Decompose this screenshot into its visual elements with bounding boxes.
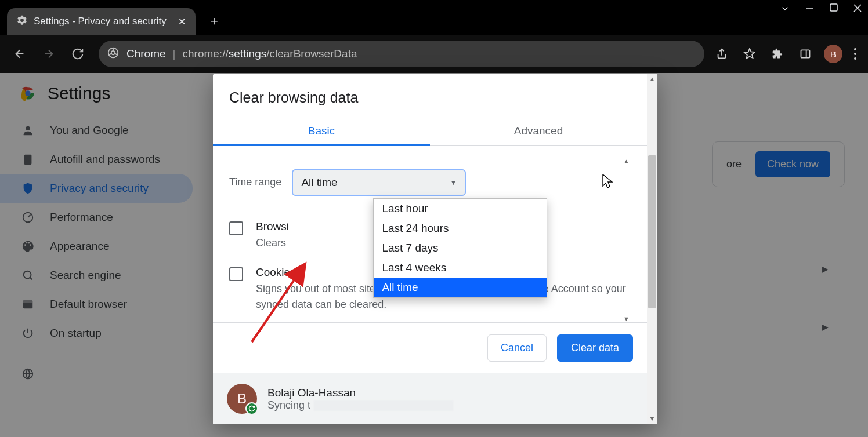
cancel-button[interactable]: Cancel: [487, 334, 547, 362]
svg-point-2: [111, 51, 115, 54]
scroll-up-icon[interactable]: ▲: [623, 158, 630, 165]
chrome-logo-icon: [19, 84, 37, 103]
sidebar-item-label: Autofill and passwords: [50, 153, 160, 166]
profile-avatar[interactable]: B: [824, 45, 842, 63]
sidebar-item-label: On startup: [50, 327, 102, 340]
safety-check-text: ore: [726, 158, 742, 170]
sidebar-item-label: Performance: [50, 211, 113, 224]
page-title: Settings: [48, 83, 110, 103]
time-range-select[interactable]: All time ▼: [292, 169, 466, 196]
palette-icon: [21, 240, 35, 253]
url-text: chrome://settings/clearBrowserData: [183, 48, 357, 60]
safety-check-card: ore Check now: [712, 141, 845, 187]
dialog-footer: Cancel Clear data: [213, 322, 647, 373]
sidebar-item-label: Search engine: [50, 269, 121, 282]
sidebar-item-appearance[interactable]: Appearance: [0, 232, 193, 261]
person-icon: [21, 124, 35, 137]
sidebar-item-on-startup[interactable]: On startup: [0, 319, 193, 348]
gear-icon: [16, 14, 28, 28]
account-name: Bolaji Ola-Hassan: [267, 387, 453, 399]
svg-point-5: [25, 90, 30, 96]
scrollbar-thumb[interactable]: [648, 155, 656, 308]
chevron-right-icon[interactable]: ▶: [822, 322, 829, 332]
chrome-icon: [107, 46, 120, 61]
tab-title: Settings - Privacy and security: [34, 16, 167, 27]
browsing-history-checkbox[interactable]: [229, 221, 243, 235]
bookmark-star-icon[interactable]: [740, 45, 759, 63]
maximize-icon[interactable]: [830, 3, 838, 14]
new-tab-button[interactable]: ＋: [206, 13, 222, 29]
search-icon: [21, 269, 35, 282]
tab-basic[interactable]: Basic: [213, 116, 430, 145]
browser-icon: [21, 298, 35, 311]
url-scheme-label: Chrome: [126, 48, 166, 60]
close-tab-icon[interactable]: ✕: [176, 16, 189, 27]
sidepanel-icon[interactable]: [796, 45, 815, 63]
option-last-4-weeks[interactable]: Last 4 weeks: [374, 258, 547, 278]
redacted-text: [314, 400, 453, 411]
shield-icon: [21, 182, 35, 195]
svg-rect-10: [23, 300, 33, 303]
scroll-down-icon[interactable]: ▼: [623, 315, 630, 322]
check-now-button[interactable]: Check now: [755, 151, 830, 177]
chevron-right-icon[interactable]: ▶: [822, 264, 829, 274]
sync-badge-icon: [245, 402, 258, 415]
sidebar-item-label: You and Google: [50, 124, 129, 137]
gauge-icon: [21, 211, 35, 224]
extensions-icon[interactable]: [768, 45, 787, 63]
browser-tab[interactable]: Settings - Privacy and security ✕: [7, 8, 196, 35]
sidebar-item-search-engine[interactable]: Search engine: [0, 261, 193, 290]
share-icon[interactable]: [713, 45, 731, 63]
sidebar-item-you-and-google[interactable]: You and Google: [0, 116, 193, 145]
time-range-label: Time range: [229, 169, 281, 188]
minimize-icon[interactable]: [805, 3, 815, 14]
scroll-down-icon[interactable]: ▼: [647, 415, 657, 422]
sidebar-item-performance[interactable]: Performance: [0, 203, 193, 232]
power-icon: [21, 327, 35, 340]
globe-icon: [21, 367, 35, 380]
option-last-hour[interactable]: Last hour: [374, 199, 547, 218]
sidebar-item-privacy[interactable]: Privacy and security: [0, 174, 193, 203]
browsing-history-title: Browsi: [256, 220, 289, 233]
tab-advanced[interactable]: Advanced: [430, 116, 647, 145]
back-button[interactable]: [7, 41, 32, 67]
account-avatar: B: [227, 384, 257, 414]
svg-rect-3: [801, 50, 810, 57]
dropdown-triangle-icon: ▼: [450, 179, 457, 187]
reload-button[interactable]: [65, 41, 91, 67]
svg-point-6: [26, 126, 30, 130]
dialog-scrollbar[interactable]: ▲ ▼: [647, 74, 657, 424]
sidebar-item-label: Appearance: [50, 240, 109, 253]
svg-rect-0: [830, 4, 837, 11]
address-bar[interactable]: Chrome | chrome://settings/clearBrowserD…: [99, 41, 704, 67]
account-sync-status: Syncing t: [267, 399, 453, 411]
kebab-menu-icon[interactable]: [852, 48, 859, 60]
dialog-tabs: Basic Advanced: [213, 116, 647, 146]
cookies-checkbox[interactable]: [229, 267, 243, 281]
time-range-dropdown: Last hour Last 24 hours Last 7 days Last…: [373, 198, 547, 298]
settings-sidebar: You and Google Autofill and passwords Pr…: [0, 114, 197, 391]
clipboard-icon: [21, 153, 35, 166]
scroll-up-icon[interactable]: ▲: [647, 75, 657, 82]
forward-button[interactable]: [36, 41, 62, 67]
sidebar-item-languages[interactable]: [0, 359, 193, 388]
account-row: B Bolaji Ola-Hassan Syncing t: [213, 373, 647, 424]
url-divider: |: [173, 48, 176, 60]
option-last-24-hours[interactable]: Last 24 hours: [374, 218, 547, 238]
option-last-7-days[interactable]: Last 7 days: [374, 238, 547, 258]
chevron-down-icon[interactable]: [780, 3, 790, 14]
sidebar-item-default-browser[interactable]: Default browser: [0, 290, 193, 319]
time-range-value: All time: [301, 176, 337, 189]
svg-point-8: [24, 271, 31, 279]
sidebar-item-label: Default browser: [50, 298, 127, 311]
clear-data-button[interactable]: Clear data: [557, 334, 633, 362]
sidebar-item-label: Privacy and security: [50, 182, 149, 195]
sidebar-item-autofill[interactable]: Autofill and passwords: [0, 145, 193, 174]
window-titlebar: Settings - Privacy and security ✕ ＋: [0, 0, 868, 35]
window-controls: [780, 3, 862, 14]
option-all-time[interactable]: All time: [374, 278, 547, 297]
dialog-title: Clear browsing data: [213, 74, 647, 116]
toolbar: Chrome | chrome://settings/clearBrowserD…: [0, 35, 868, 73]
close-window-icon[interactable]: [853, 3, 862, 14]
browsing-history-subtitle: Clears: [256, 235, 289, 251]
